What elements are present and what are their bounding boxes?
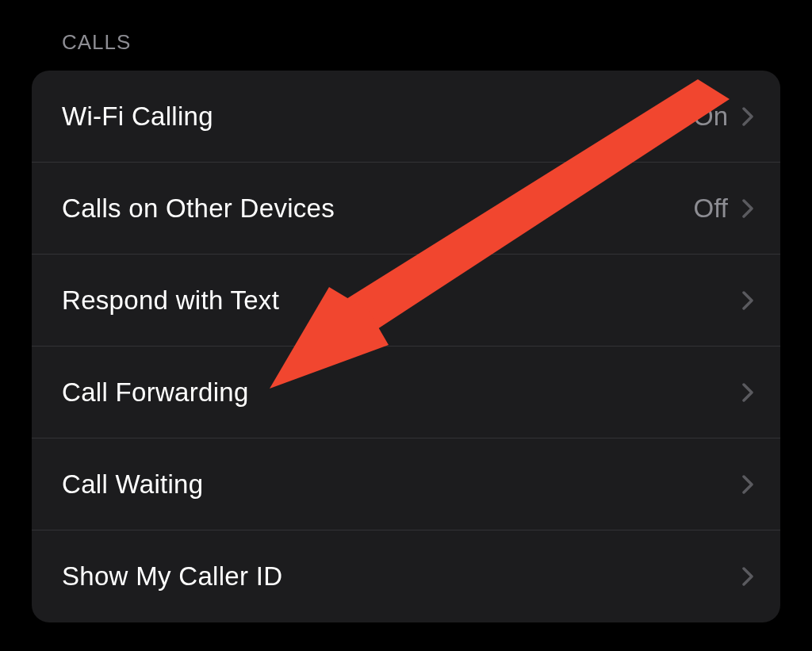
chevron-right-icon	[742, 475, 753, 494]
chevron-right-icon	[742, 567, 753, 586]
chevron-right-icon	[742, 199, 753, 218]
row-value: Off	[694, 193, 728, 224]
row-label: Call Waiting	[62, 469, 728, 500]
settings-container: CALLS Wi-Fi Calling On Calls on Other De…	[0, 0, 812, 646]
row-label: Calls on Other Devices	[62, 193, 694, 224]
row-call-waiting[interactable]: Call Waiting	[32, 438, 780, 530]
row-label: Call Forwarding	[62, 377, 728, 408]
chevron-right-icon	[742, 107, 753, 126]
section-header-calls: CALLS	[32, 24, 780, 71]
row-calls-on-other-devices[interactable]: Calls on Other Devices Off	[32, 163, 780, 255]
row-label: Respond with Text	[62, 285, 728, 316]
row-respond-with-text[interactable]: Respond with Text	[32, 255, 780, 347]
chevron-right-icon	[742, 383, 753, 402]
settings-group-calls: Wi-Fi Calling On Calls on Other Devices …	[32, 71, 780, 622]
row-label: Show My Caller ID	[62, 561, 728, 592]
row-value: On	[693, 101, 728, 132]
row-show-my-caller-id[interactable]: Show My Caller ID	[32, 530, 780, 622]
row-label: Wi-Fi Calling	[62, 101, 693, 132]
chevron-right-icon	[742, 291, 753, 310]
row-wifi-calling[interactable]: Wi-Fi Calling On	[32, 71, 780, 163]
row-call-forwarding[interactable]: Call Forwarding	[32, 347, 780, 438]
